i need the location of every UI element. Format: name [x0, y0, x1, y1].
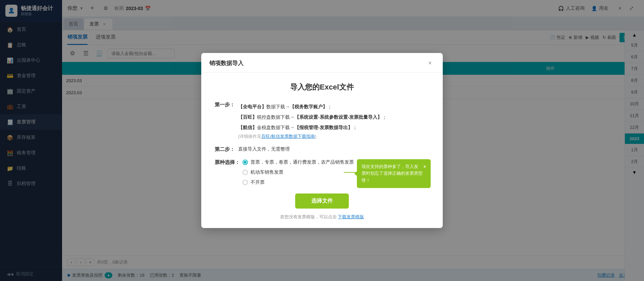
step2-text: 直接导入文件，无需整理: [238, 146, 290, 152]
modal-footer-hint: 若您没有发票模版，可以点击 下载发票模版: [215, 214, 429, 220]
radio-item-2[interactable]: 机动车销售发票: [243, 169, 354, 175]
step1-hint: (详细操作见百旺/航信发票数据下载指南): [238, 133, 387, 139]
radio-circle-1: [243, 160, 248, 165]
tooltip-bubble: × 现在支持的票种多了，导入发票时别忘了选择正确的发票类型呀！: [357, 159, 431, 188]
select-file-button[interactable]: 选择文件: [295, 193, 349, 209]
modal-close-button[interactable]: ×: [425, 58, 435, 68]
modal-import-title: 导入您的Excel文件: [215, 82, 429, 92]
tooltip-container: × 现在支持的票种多了，导入发票时别忘了选择正确的发票类型呀！: [357, 159, 431, 188]
modal-header: 销项数据导入 ×: [201, 53, 443, 73]
modal-overlay: 销项数据导入 × 导入您的Excel文件 第一步： 【全电平台】数据下载→【税务…: [0, 0, 644, 281]
guide-link[interactable]: 百旺/航信发票数据下载指南: [261, 134, 315, 139]
radio-label-1: 普票，专票，卷票，通行费发票，农产品销售发票: [251, 159, 354, 165]
select-file-section: 选择文件: [215, 193, 429, 209]
modal-body: 导入您的Excel文件 第一步： 【全电平台】数据下载→【税务数字账户】； 【百…: [201, 73, 443, 228]
modal-title: 销项数据导入: [209, 59, 244, 67]
modal-step2: 第二步： 直接导入文件，无需整理: [215, 146, 429, 153]
ticket-select-label: 票种选择：: [215, 159, 240, 166]
radio-item-3[interactable]: 不开票: [243, 179, 354, 185]
step1-line3: 【航信】金税盘数据下载→【报税管理-发票数据导出】；: [238, 122, 387, 133]
import-modal: 销项数据导入 × 导入您的Excel文件 第一步： 【全电平台】数据下载→【税务…: [201, 53, 443, 228]
tooltip-text: 现在支持的票种多了，导入发票时别忘了选择正确的发票类型呀！: [362, 164, 423, 183]
step1-label: 第一步：: [215, 102, 235, 108]
step1-line2: 【百旺】税控盘数据下载→【系统设置-系统参数设置-发票批量导入】；: [238, 112, 387, 122]
radio-circle-2: [243, 170, 248, 175]
step1-line1: 【全电平台】数据下载→【税务数字账户】；: [238, 102, 387, 112]
radio-item-1[interactable]: 普票，专票，卷票，通行费发票，农产品销售发票: [243, 159, 354, 165]
tooltip-close-button[interactable]: ×: [423, 163, 426, 170]
download-template-link[interactable]: 下载发票模版: [338, 214, 364, 219]
radio-circle-3: [243, 180, 248, 185]
radio-label-3: 不开票: [251, 179, 265, 185]
tooltip-arrow-icon: [354, 171, 357, 176]
step2-label: 第二步：: [215, 146, 235, 153]
modal-step1: 第一步： 【全电平台】数据下载→【税务数字账户】； 【百旺】税控盘数据下载→【系…: [215, 102, 429, 139]
radio-label-2: 机动车销售发票: [251, 169, 283, 175]
ticket-select-section: 票种选择： 普票，专票，卷票，通行费发票，农产品销售发票 机动车销售发票: [215, 159, 429, 185]
